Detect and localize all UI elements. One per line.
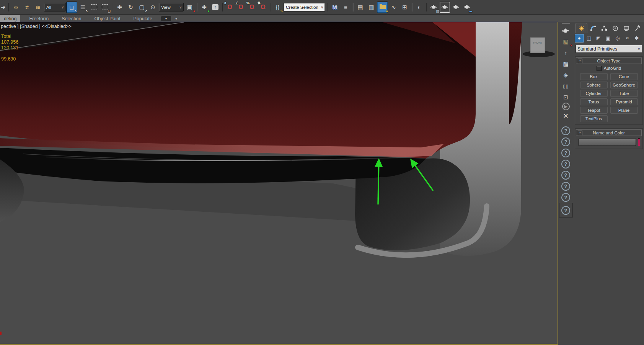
- named-selection-set-dropdown[interactable]: Create Selection Se ∨: [284, 3, 325, 11]
- render-teapot-icon[interactable]: [559, 25, 572, 36]
- material-editor-icon[interactable]: ◐: [414, 2, 424, 13]
- help-button-5[interactable]: ?: [559, 181, 572, 192]
- spacewarps-icon[interactable]: ≈: [623, 34, 632, 43]
- help-button-3[interactable]: ?: [559, 159, 572, 170]
- collapse-icon[interactable]: -: [578, 131, 582, 135]
- snap-toggle-3d-icon[interactable]: Ω 3: [225, 2, 235, 13]
- object-type-button-10[interactable]: TextPlus: [580, 115, 608, 122]
- tab-modify[interactable]: [587, 23, 598, 33]
- object-type-rollout-header[interactable]: - Object Type: [576, 57, 642, 64]
- lights-icon[interactable]: ◤: [594, 34, 603, 43]
- select-by-name-icon[interactable]: ☰ ↖: [78, 2, 88, 13]
- object-color-swatch[interactable]: [638, 138, 640, 146]
- align-icon[interactable]: ≡: [341, 2, 351, 13]
- move-gizmo-icon[interactable]: ◈: [559, 69, 572, 80]
- object-type-button-6[interactable]: Torus: [580, 98, 608, 105]
- ribbon-tab-populate[interactable]: Populate: [127, 15, 159, 22]
- help-button-2[interactable]: ?: [559, 147, 572, 159]
- object-type-button-5[interactable]: Tube: [610, 90, 638, 97]
- delete-box-icon[interactable]: ▧ ✕: [559, 36, 572, 47]
- tab-display[interactable]: [621, 23, 632, 33]
- ribbon-tab-modeling[interactable]: deling: [0, 15, 20, 22]
- tab-create[interactable]: [576, 23, 587, 33]
- object-type-button-1[interactable]: Cone: [610, 73, 638, 80]
- select-and-move-icon[interactable]: ✚: [114, 2, 125, 13]
- rectangular-selection-region-icon[interactable]: [89, 2, 99, 13]
- rendered-frame-window-icon[interactable]: [440, 2, 450, 13]
- side-icon-strip: ▧ ✕ ↑ ▩ ◈ ▯▯ ⊡: [558, 22, 573, 345]
- help-button-0[interactable]: ?: [559, 125, 572, 136]
- select-and-rotate-icon[interactable]: ↻: [126, 2, 136, 13]
- mirror-icon[interactable]: M: [329, 2, 340, 13]
- close-x-icon[interactable]: ✕: [559, 110, 572, 121]
- name-color-rollout-header[interactable]: - Name and Color: [576, 129, 642, 136]
- use-pivot-point-center-icon[interactable]: ▣ ●: [184, 2, 195, 13]
- tab-motion[interactable]: [610, 23, 621, 33]
- ribbon-toggle-icon[interactable]: ●: [377, 2, 388, 13]
- viewport-label[interactable]: pective ] [Shaded ] <<Disabled>>: [1, 24, 72, 29]
- render-setup-icon[interactable]: ▤: [429, 2, 439, 13]
- collapse-icon[interactable]: -: [578, 59, 582, 63]
- angle-snap-toggle-icon[interactable]: Ω ∠: [236, 2, 246, 13]
- rollout-title: Name and Color: [576, 131, 641, 135]
- spinner-snap-toggle-icon[interactable]: Ω ⇅: [258, 2, 268, 13]
- viewport-scene: FRONT: [0, 22, 558, 344]
- cameras-icon[interactable]: ▣: [603, 34, 613, 43]
- object-type-button-7[interactable]: Pyramid: [610, 98, 638, 105]
- render-in-cloud-icon[interactable]: ☁: [462, 2, 472, 13]
- select-and-scale-icon[interactable]: ▢ ↗: [137, 2, 147, 13]
- select-object-icon[interactable]: ◻ ↖: [67, 2, 77, 13]
- object-type-buttons: BoxConeSphereGeoSphereCylinderTubeTorusP…: [575, 73, 642, 122]
- curve-editor-icon[interactable]: ∿: [388, 2, 399, 13]
- tab-utilities[interactable]: [632, 23, 643, 33]
- checker-region-icon[interactable]: ▩: [559, 58, 572, 69]
- ribbon-tab-freeform[interactable]: Freeform: [23, 15, 55, 22]
- help-button-7[interactable]: ?: [559, 203, 573, 217]
- viewport-canvas[interactable]: FRONT pective ] [Shaded ] <<Disabled>> T…: [0, 22, 558, 345]
- hierarchy-icon: [601, 25, 607, 31]
- help-button-4[interactable]: ?: [559, 170, 572, 181]
- selection-filter-dropdown[interactable]: All ∨: [44, 3, 66, 11]
- panels-icon[interactable]: ▯▯: [559, 80, 572, 92]
- select-and-link-icon[interactable]: ∞: [11, 2, 21, 13]
- unlink-selection-icon[interactable]: ≠: [22, 2, 32, 13]
- vertex-cube-icon[interactable]: ⊡: [559, 92, 572, 103]
- render-production-icon[interactable]: [451, 2, 461, 13]
- percent-snap-toggle-icon[interactable]: Ω %: [247, 2, 257, 13]
- geometry-icon[interactable]: ●: [575, 34, 584, 43]
- scene-explorer-icon[interactable]: ▤: [355, 2, 365, 13]
- ribbon-tab-object-paint[interactable]: Object Paint: [88, 15, 127, 22]
- bind-to-spacewarp-icon[interactable]: ≋: [33, 2, 43, 13]
- select-and-place-icon[interactable]: ⊙: [148, 2, 158, 13]
- autogrid-checkbox[interactable]: [597, 66, 602, 71]
- toolbar-separator: [111, 3, 114, 12]
- select-and-manipulate-icon[interactable]: ✚ ●: [199, 2, 209, 13]
- ribbon-minimize-button[interactable]: ▼ ▼: [159, 15, 173, 22]
- redo-arrow-icon[interactable]: ➜: [1, 2, 7, 13]
- object-type-button-3[interactable]: GeoSphere: [610, 82, 638, 88]
- window-crossing-toggle-icon[interactable]: ◻: [100, 2, 110, 13]
- object-type-button-9[interactable]: Plane: [610, 107, 638, 114]
- object-type-button-2[interactable]: Sphere: [580, 82, 608, 88]
- systems-icon[interactable]: ✱: [632, 34, 641, 43]
- object-type-button-0[interactable]: Box: [580, 73, 608, 80]
- toolbar-separator: [221, 3, 224, 12]
- play-icon[interactable]: ▶: [562, 103, 570, 110]
- object-name-field[interactable]: [579, 139, 636, 146]
- edit-named-selection-sets-icon[interactable]: {} ✎: [272, 2, 283, 13]
- ribbon-minimize-caret[interactable]: ▾: [173, 15, 179, 22]
- helpers-icon[interactable]: ◎: [613, 34, 622, 43]
- help-button-1[interactable]: ?: [559, 136, 572, 147]
- grid-up-arrow-icon[interactable]: ↑: [559, 47, 572, 58]
- keyboard-shortcut-override-icon[interactable]: ↑: [210, 2, 220, 13]
- object-type-button-8[interactable]: Teapot: [580, 107, 608, 114]
- category-dropdown[interactable]: Standard Primitives ∨: [576, 45, 642, 53]
- layer-explorer-icon[interactable]: ▥: [366, 2, 377, 13]
- reference-coordinate-dropdown[interactable]: View ∨: [159, 3, 184, 11]
- schematic-view-icon[interactable]: ⊞: [399, 2, 410, 13]
- shapes-icon[interactable]: ◫: [584, 34, 593, 43]
- object-type-button-4[interactable]: Cylinder: [580, 90, 608, 97]
- tab-hierarchy[interactable]: [598, 23, 610, 33]
- help-button-6[interactable]: ?: [559, 192, 572, 203]
- ribbon-tab-selection[interactable]: Selection: [55, 15, 88, 22]
